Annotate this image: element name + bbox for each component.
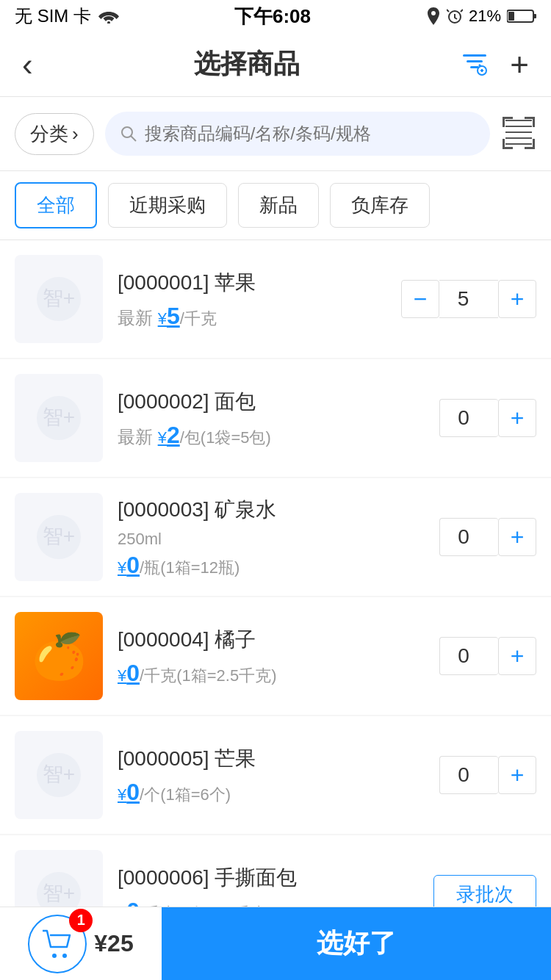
quantity-control-0000002: +: [439, 399, 536, 437]
increment-button[interactable]: +: [498, 280, 536, 318]
product-item: 智+ [0000001] 苹果 最新 ¥5/千克 − +: [0, 240, 551, 358]
product-info-0000002: [0000002] 面包 最新 ¥2/包(1袋=5包): [118, 388, 425, 449]
product-price: 最新 ¥5/千克: [118, 303, 386, 330]
nav-actions: +: [461, 48, 529, 81]
cart-section: 1 ¥25: [0, 915, 162, 973]
status-network: 无 SIM 卡: [15, 4, 91, 28]
quantity-input[interactable]: [439, 637, 498, 675]
svg-rect-19: [503, 139, 505, 149]
product-image-0000005: 智+: [15, 731, 103, 819]
cart-total: ¥25: [94, 930, 133, 957]
cart-icon: [41, 929, 73, 959]
bottom-bar: 1 ¥25 选好了: [0, 907, 551, 980]
increment-button[interactable]: +: [498, 399, 536, 437]
page-title: 选择商品: [194, 46, 300, 82]
product-price: ¥0/个(1箱=6个): [118, 779, 425, 806]
quantity-input[interactable]: [439, 756, 498, 794]
quantity-control-0000001: − +: [401, 280, 536, 318]
product-name: [0000003] 矿泉水: [118, 496, 425, 524]
svg-text:智+: 智+: [43, 763, 75, 785]
tab-new[interactable]: 新品: [238, 183, 319, 228]
increment-button[interactable]: +: [498, 518, 536, 556]
scan-button[interactable]: [501, 115, 536, 153]
category-button[interactable]: 分类 ›: [15, 113, 94, 155]
category-chevron: ›: [72, 123, 79, 145]
tab-bar: 全部 近期采购 新品 负库存: [0, 171, 551, 240]
battery-icon: [507, 8, 536, 24]
svg-rect-21: [533, 139, 535, 149]
status-time: 下午6:08: [234, 4, 311, 29]
quantity-input[interactable]: [439, 518, 498, 556]
product-code: [0000001]: [118, 271, 215, 294]
svg-rect-4: [508, 12, 514, 21]
product-item: 智+ [0000002] 面包 最新 ¥2/包(1袋=5包) +: [0, 359, 551, 477]
product-name: [0000004] 橘子: [118, 626, 425, 654]
product-name: [0000005] 芒果: [118, 745, 425, 773]
svg-rect-22: [505, 120, 532, 121]
product-spec: 250ml: [118, 530, 425, 549]
svg-rect-26: [505, 143, 532, 145]
search-bar: 分类 ›: [0, 97, 551, 171]
quantity-control-0000005: +: [439, 756, 536, 794]
svg-rect-3: [533, 14, 536, 18]
product-price: ¥0/瓶(1箱=12瓶): [118, 552, 425, 579]
product-name: [0000001] 苹果: [118, 269, 386, 297]
quantity-control-0000004: +: [439, 637, 536, 675]
tab-recent[interactable]: 近期采购: [108, 183, 227, 228]
location-icon: [426, 7, 441, 25]
increment-button[interactable]: +: [498, 637, 536, 675]
svg-rect-25: [505, 137, 532, 139]
battery-percent: 21%: [469, 7, 501, 26]
cart-icon-wrap[interactable]: 1: [28, 915, 87, 973]
svg-line-13: [131, 136, 136, 141]
product-info-0000005: [0000005] 芒果 ¥0/个(1箱=6个): [118, 745, 425, 806]
quantity-input[interactable]: [439, 280, 498, 318]
increment-button[interactable]: +: [498, 756, 536, 794]
product-price: 最新 ¥2/包(1袋=5包): [118, 422, 425, 449]
product-list: 智+ [0000001] 苹果 最新 ¥5/千克 − + 智+ [0000002…: [0, 240, 551, 980]
svg-point-12: [122, 127, 132, 137]
tab-negative-stock[interactable]: 负库存: [330, 183, 430, 228]
product-info-0000001: [0000001] 苹果 最新 ¥5/千克: [118, 269, 386, 330]
decrement-button[interactable]: −: [401, 280, 439, 318]
placeholder-logo-icon: 智+: [29, 270, 88, 328]
search-input[interactable]: [145, 123, 475, 144]
product-item: 🍊 [0000004] 橘子 ¥0/千克(1箱=2.5千克) +: [0, 597, 551, 715]
svg-text:智+: 智+: [43, 525, 75, 547]
product-item: 智+ [0000003] 矿泉水 250ml ¥0/瓶(1箱=12瓶) +: [0, 478, 551, 596]
alarm-icon: [447, 8, 463, 24]
svg-text:智+: 智+: [43, 882, 75, 904]
tab-all[interactable]: 全部: [15, 182, 97, 228]
quantity-input[interactable]: [439, 399, 498, 437]
product-image-0000003: 智+: [15, 493, 103, 581]
back-button[interactable]: ‹: [22, 48, 33, 81]
add-button[interactable]: +: [510, 48, 529, 81]
search-input-wrap[interactable]: [105, 112, 490, 156]
product-item: 智+ [0000005] 芒果 ¥0/个(1箱=6个) +: [0, 716, 551, 834]
wifi-icon: [98, 9, 119, 24]
filter-button[interactable]: [461, 50, 488, 79]
placeholder-logo-icon: 智+: [29, 389, 88, 447]
scan-icon: [501, 115, 536, 151]
svg-text:智+: 智+: [43, 406, 75, 428]
category-label: 分类: [30, 121, 68, 147]
product-name: [0000002] 面包: [118, 388, 425, 416]
product-info-0000004: [0000004] 橘子 ¥0/千克(1箱=2.5千克): [118, 626, 425, 687]
status-right: 21%: [426, 7, 536, 26]
status-left: 无 SIM 卡: [15, 4, 119, 28]
svg-point-39: [52, 954, 57, 958]
svg-rect-15: [503, 117, 505, 127]
status-bar: 无 SIM 卡 下午6:08 21%: [0, 0, 551, 32]
product-info-0000003: [0000003] 矿泉水 250ml ¥0/瓶(1箱=12瓶): [118, 496, 425, 579]
product-price: ¥0/千克(1箱=2.5千克): [118, 660, 425, 687]
filter-icon: [461, 50, 488, 76]
svg-point-40: [62, 954, 67, 958]
confirm-button[interactable]: 选好了: [162, 907, 551, 980]
svg-rect-17: [533, 117, 535, 127]
product-name: [0000006] 手撕面包: [118, 864, 419, 892]
placeholder-logo-icon: 智+: [29, 508, 88, 566]
svg-rect-23: [505, 126, 532, 127]
nav-bar: ‹ 选择商品 +: [0, 32, 551, 97]
quantity-control-0000003: +: [439, 518, 536, 556]
product-image-0000002: 智+: [15, 374, 103, 462]
